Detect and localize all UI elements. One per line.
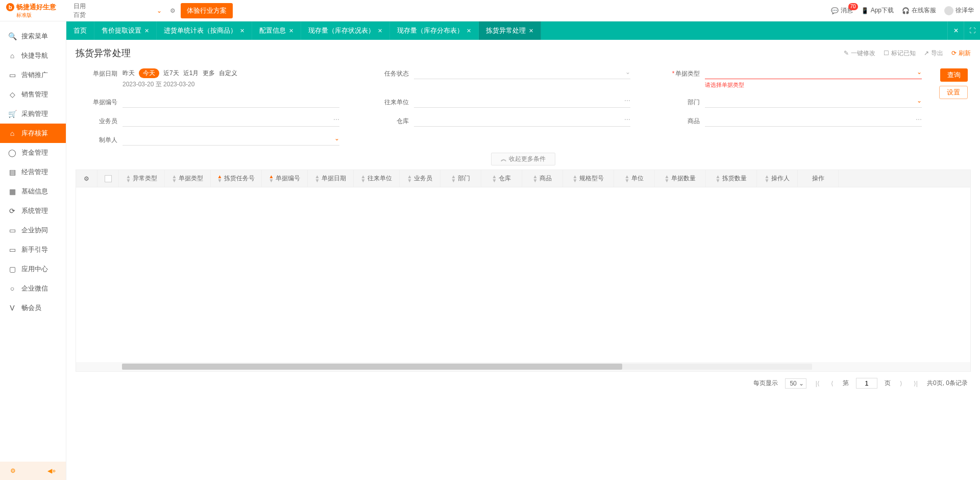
column-header-3[interactable]: 单据编号 xyxy=(262,170,308,187)
refresh-action[interactable]: ⟳刷新 xyxy=(951,49,971,58)
username-label: 徐泽华 xyxy=(955,6,974,15)
column-header-15[interactable]: 操作 xyxy=(798,170,839,187)
sidebar-item-2[interactable]: ▭营销推广 xyxy=(0,65,66,85)
column-header-12[interactable]: 单据数量 xyxy=(655,170,706,187)
date-quick-today[interactable]: 今天 xyxy=(139,68,159,78)
tab-0[interactable]: 首页 xyxy=(66,21,94,40)
sidebar-item-0[interactable]: 🔍搜索菜单 xyxy=(0,27,66,46)
tab-1[interactable]: 售价提取设置✕ xyxy=(94,21,157,40)
page-last-button[interactable]: ⟩| xyxy=(912,380,920,387)
warehouse-input[interactable] xyxy=(414,116,631,127)
sidebar-item-5[interactable]: ⌂库存核算 xyxy=(0,124,66,143)
partner-input[interactable] xyxy=(414,97,631,108)
chevron-down-icon[interactable]: ⌄ xyxy=(917,68,922,76)
column-header-1[interactable]: 单据类型 xyxy=(165,170,211,187)
sidebar-item-11[interactable]: ▭新手引导 xyxy=(0,240,66,259)
chevron-down-icon[interactable]: ⌄ xyxy=(917,97,922,104)
dept-select[interactable] xyxy=(705,97,922,108)
per-page-select[interactable]: 50 ⌄ xyxy=(785,378,806,389)
column-header-14[interactable]: 操作人 xyxy=(757,170,798,187)
creator-select[interactable] xyxy=(122,135,339,146)
sidebar-item-8[interactable]: ▦基础信息 xyxy=(0,182,66,201)
store-selector[interactable]: 日用百货 ⌄ ⚙ xyxy=(74,2,176,19)
mark-known-action[interactable]: ☐标记已知 xyxy=(884,49,916,58)
tabs-expand-button[interactable]: ⛶ xyxy=(964,21,980,40)
query-button[interactable]: 查询 xyxy=(940,68,968,82)
batch-edit-action[interactable]: ✎一键修改 xyxy=(844,49,875,58)
date-quick-more[interactable]: 更多 xyxy=(203,69,215,78)
settings-button[interactable]: 设置 xyxy=(939,86,968,99)
sidebar-collapse-icon[interactable]: ◀» xyxy=(47,467,56,474)
close-icon[interactable]: ✕ xyxy=(378,28,382,34)
user-menu[interactable]: 徐泽华 xyxy=(944,6,974,15)
page-first-button[interactable]: |⟨ xyxy=(814,380,822,387)
column-header-0[interactable]: 异常类型 xyxy=(119,170,165,187)
date-quick-yesterday[interactable]: 昨天 xyxy=(122,69,135,78)
tab-label: 进货单统计表（按商品） xyxy=(164,26,237,35)
sidebar-item-3[interactable]: ◇销售管理 xyxy=(0,85,66,104)
gear-icon[interactable]: ⚙ xyxy=(170,7,176,14)
column-header-11[interactable]: 单位 xyxy=(614,170,655,187)
chevron-down-icon[interactable]: ⌄ xyxy=(334,135,339,142)
sidebar-item-9[interactable]: ⟳系统管理 xyxy=(0,201,66,221)
tab-6[interactable]: 拣货异常处理✕ xyxy=(479,21,541,40)
app-download-link[interactable]: 📱 App下载 xyxy=(861,6,894,15)
doc-type-select[interactable] xyxy=(705,68,922,79)
tab-2[interactable]: 进货单统计表（按商品）✕ xyxy=(157,21,252,40)
date-quick-custom[interactable]: 自定义 xyxy=(219,69,237,78)
close-icon[interactable]: ✕ xyxy=(144,28,149,34)
date-quick-7d[interactable]: 近7天 xyxy=(163,69,179,78)
doc-type-error: 请选择单据类型 xyxy=(705,81,922,89)
product-input[interactable] xyxy=(705,116,922,127)
salesman-input[interactable] xyxy=(122,116,339,127)
task-status-select[interactable] xyxy=(414,68,631,79)
sidebar-item-10[interactable]: ▭企业协同 xyxy=(0,221,66,240)
column-header-7[interactable]: 部门 xyxy=(440,170,481,187)
sidebar-item-4[interactable]: 🛒采购管理 xyxy=(0,104,66,124)
column-header-8[interactable]: 仓库 xyxy=(481,170,522,187)
sidebar-item-6[interactable]: ◯资金管理 xyxy=(0,143,66,162)
chevron-down-icon[interactable]: ⌄ xyxy=(625,68,630,76)
page-next-button[interactable]: ⟩ xyxy=(898,380,904,387)
label-doc-date: 单据日期 xyxy=(79,68,122,78)
export-action[interactable]: ↗导出 xyxy=(924,49,943,58)
horizontal-scrollbar[interactable] xyxy=(76,362,970,371)
close-icon[interactable]: ✕ xyxy=(467,28,471,34)
close-icon[interactable]: ✕ xyxy=(529,28,533,34)
experience-button[interactable]: 体验行业方案 xyxy=(181,3,233,18)
table-select-all[interactable] xyxy=(97,170,119,187)
sidebar-item-14[interactable]: V畅会员 xyxy=(0,298,66,318)
tab-5[interactable]: 现存量（库存分布表）✕ xyxy=(390,21,479,40)
sidebar-item-7[interactable]: ▤经营管理 xyxy=(0,162,66,182)
column-header-13[interactable]: 拣货数量 xyxy=(706,170,757,187)
tabs-close-all-button[interactable]: ✕ xyxy=(947,21,964,40)
more-icon[interactable]: ⋯ xyxy=(333,116,339,123)
collapse-filters-button[interactable]: ︽ 收起更多条件 xyxy=(491,153,555,165)
column-header-2[interactable]: 拣货任务号 xyxy=(211,170,262,187)
sidebar-item-12[interactable]: ▢应用中心 xyxy=(0,259,66,279)
close-icon[interactable]: ✕ xyxy=(289,28,293,34)
sidebar-item-13[interactable]: ○企业微信 xyxy=(0,279,66,298)
doc-no-input[interactable] xyxy=(122,97,339,108)
messages-link[interactable]: 💬 消息 70 xyxy=(831,6,853,15)
column-header-9[interactable]: 商品 xyxy=(522,170,563,187)
close-icon[interactable]: ✕ xyxy=(240,28,244,34)
date-quick-1m[interactable]: 近1月 xyxy=(183,69,199,78)
more-icon[interactable]: ⋯ xyxy=(916,116,922,123)
more-icon[interactable]: ⋯ xyxy=(624,97,630,104)
column-header-4[interactable]: 单据日期 xyxy=(308,170,354,187)
column-header-5[interactable]: 往来单位 xyxy=(354,170,400,187)
column-label: 操作人 xyxy=(771,174,790,183)
table-settings-header[interactable]: ⚙ xyxy=(76,170,97,187)
column-header-10[interactable]: 规格型号 xyxy=(563,170,614,187)
tab-3[interactable]: 配置信息✕ xyxy=(252,21,301,40)
sidebar-item-1[interactable]: ⌂快捷导航 xyxy=(0,46,66,65)
sidebar-settings-icon[interactable]: ⚙ xyxy=(10,467,16,474)
more-icon[interactable]: ⋯ xyxy=(624,116,630,123)
page-number-input[interactable] xyxy=(856,378,877,389)
page-title: 拣货异常处理 xyxy=(76,47,131,59)
online-service-link[interactable]: 🎧 在线客服 xyxy=(902,6,936,15)
column-header-6[interactable]: 业务员 xyxy=(400,170,440,187)
tab-4[interactable]: 现存量（库存状况表）✕ xyxy=(301,21,390,40)
page-prev-button[interactable]: ⟨ xyxy=(829,380,836,387)
